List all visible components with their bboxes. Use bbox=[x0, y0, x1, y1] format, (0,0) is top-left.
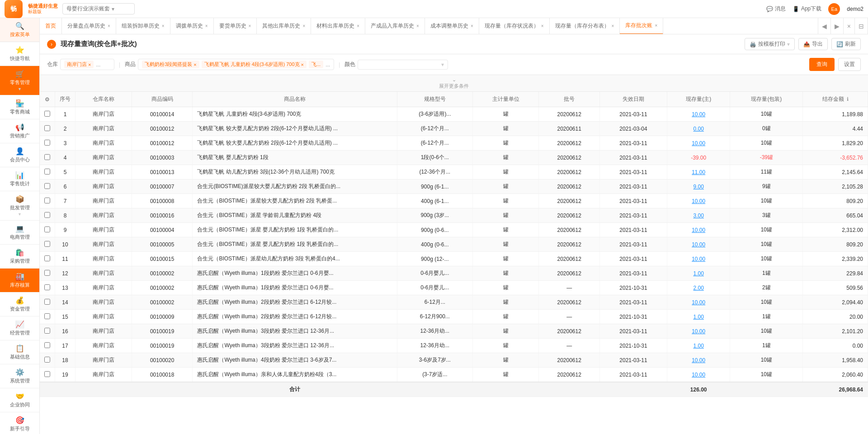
settings-icon[interactable]: ⚙ bbox=[45, 96, 50, 103]
print-btn[interactable]: 🖨️ 按模板打印 ▾ bbox=[745, 38, 795, 50]
row-checkbox[interactable] bbox=[40, 353, 55, 368]
row-checkbox[interactable] bbox=[40, 208, 55, 223]
tab-kcpiciz[interactable]: 库存批次账 × bbox=[620, 18, 663, 34]
product-tag-2-remove-icon[interactable]: × bbox=[301, 62, 304, 67]
sidebar-item-retail[interactable]: 🛒 零售管理 ▼ bbox=[0, 66, 39, 95]
sidebar-item-system[interactable]: ⚙️ 系统管理 bbox=[0, 364, 39, 388]
sidebar-item-ecommerce[interactable]: 💻 电商管理 bbox=[0, 221, 39, 245]
row-stock-main[interactable]: -39.00 bbox=[667, 151, 730, 165]
product-tag-1[interactable]: 飞鹤奶粉3段闻搭提装 × bbox=[142, 61, 199, 68]
close-icon[interactable]: × bbox=[302, 24, 305, 28]
th-settings[interactable]: ⚙ bbox=[40, 92, 55, 107]
row-stock-main[interactable]: 10.00 bbox=[667, 353, 730, 368]
product-tag-3[interactable]: 飞... bbox=[309, 61, 323, 68]
sidebar-item-base[interactable]: 📋 基础信息 bbox=[0, 340, 39, 364]
close-icon[interactable]: × bbox=[162, 24, 165, 28]
close-icon[interactable]: × bbox=[249, 24, 251, 28]
sidebar-item-business[interactable]: 📈 经营管理 bbox=[0, 316, 39, 340]
close-icon[interactable]: × bbox=[108, 24, 110, 28]
close-icon[interactable]: × bbox=[541, 24, 544, 28]
product-filter-input[interactable]: 飞鹤奶粉3段闻搭提装 × 飞鹤星飞帆 儿童奶粉 4段(3-6岁适用) 700克 … bbox=[138, 59, 334, 70]
row-checkbox[interactable] bbox=[40, 324, 55, 339]
color-dropdown[interactable]: ▾ bbox=[358, 60, 448, 70]
row-stock-main[interactable]: 10.00 bbox=[667, 237, 730, 252]
row-checkbox[interactable] bbox=[40, 122, 55, 136]
tab-qitachukudanhis[interactable]: 其他出库单历史 × bbox=[257, 18, 311, 34]
row-stock-main[interactable]: 0.00 bbox=[667, 122, 730, 136]
sidebar-item-warehouse[interactable]: 🏭 库存核算 bbox=[0, 269, 39, 292]
sidebar-item-shop[interactable]: 🏪 零售商城 bbox=[0, 95, 39, 119]
tab-close-current-btn[interactable]: × bbox=[844, 18, 855, 34]
close-icon[interactable]: × bbox=[357, 24, 359, 28]
expand-more-conditions[interactable]: ⌄ 展开更多条件 bbox=[40, 75, 868, 92]
warehouse-tag[interactable]: 南岸门店 × bbox=[64, 61, 94, 68]
row-stock-main[interactable]: 1.00 bbox=[667, 266, 730, 281]
row-stock-main[interactable]: 10.00 bbox=[667, 223, 730, 237]
product-filter-more[interactable]: ... bbox=[326, 61, 330, 68]
messages-btn[interactable]: 💬 消息 bbox=[766, 5, 786, 13]
close-icon[interactable]: × bbox=[655, 23, 657, 28]
row-checkbox[interactable] bbox=[40, 310, 55, 324]
export-btn[interactable]: 📤 导出 bbox=[798, 38, 828, 50]
sidebar-item-finance[interactable]: 💰 资金管理 bbox=[0, 292, 39, 316]
close-icon[interactable]: × bbox=[471, 24, 473, 28]
row-checkbox[interactable] bbox=[40, 151, 55, 165]
row-checkbox[interactable] bbox=[40, 165, 55, 179]
row-stock-main[interactable]: 10.00 bbox=[667, 368, 730, 382]
sidebar-item-search[interactable]: 🔍 搜索英单 bbox=[0, 18, 39, 42]
tab-menu-btn[interactable]: ⊟ bbox=[855, 18, 868, 34]
table-container[interactable]: ⚙ 序号 仓库名称 商品编码 商品名称 规格型号 主计量单位 批号 失效日期 现… bbox=[40, 92, 868, 434]
avatar[interactable]: Ea bbox=[828, 3, 840, 15]
sidebar-item-enterprise[interactable]: 🤝 企业协同 bbox=[0, 388, 39, 412]
row-checkbox[interactable] bbox=[40, 368, 55, 382]
product-tag-2[interactable]: 飞鹤星飞帆 儿童奶粉 4段(3-6岁适用) 700克 × bbox=[202, 61, 307, 68]
settings-button[interactable]: 设置 bbox=[838, 58, 861, 71]
app-download-btn[interactable]: 📱 App下载 bbox=[793, 5, 821, 13]
sidebar-item-stats[interactable]: 📊 零售统计 bbox=[0, 167, 39, 191]
sidebar-item-purchase[interactable]: 🛍️ 采购管理 bbox=[0, 245, 39, 269]
warehouse-tag-remove-icon[interactable]: × bbox=[88, 62, 91, 67]
tab-scroll-left-btn[interactable]: ◀ bbox=[818, 18, 831, 34]
row-stock-main[interactable]: 3.00 bbox=[667, 208, 730, 223]
row-stock-main[interactable]: 10.00 bbox=[667, 252, 730, 266]
sidebar-item-guide[interactable]: 🎯 新手引导 bbox=[0, 412, 39, 434]
tab-yaohuo[interactable]: 要货单历史 × bbox=[214, 18, 257, 34]
row-checkbox[interactable] bbox=[40, 281, 55, 295]
tab-cailiaochuku[interactable]: 材料出库单历史 × bbox=[311, 18, 365, 34]
row-stock-main[interactable]: 2.00 bbox=[667, 281, 730, 295]
close-icon[interactable]: × bbox=[416, 24, 419, 28]
row-checkbox[interactable] bbox=[40, 266, 55, 281]
warehouse-filter-input[interactable]: 南岸门店 × ... bbox=[60, 59, 114, 70]
tab-xiancunliang-kcfbb[interactable]: 现存量（库存分布表） × bbox=[550, 18, 620, 34]
row-checkbox[interactable] bbox=[40, 194, 55, 208]
tab-diaobodanhis[interactable]: 调拨单历史 × bbox=[170, 18, 214, 34]
row-checkbox[interactable] bbox=[40, 252, 55, 266]
row-checkbox[interactable] bbox=[40, 107, 55, 122]
row-stock-main[interactable]: 10.00 bbox=[667, 136, 730, 151]
row-stock-main[interactable]: 10.00 bbox=[667, 194, 730, 208]
tab-chanchengpinruku[interactable]: 产成品入库单历史 × bbox=[365, 18, 425, 34]
row-stock-main[interactable]: 1.00 bbox=[667, 310, 730, 324]
row-checkbox[interactable] bbox=[40, 179, 55, 194]
tab-xiancunliang-kczkb[interactable]: 现存量（库存状况表） × bbox=[479, 18, 550, 34]
app-logo[interactable]: 畅 bbox=[5, 0, 23, 18]
tab-fenliangpandian[interactable]: 分量盘点单历史 × bbox=[62, 18, 116, 34]
industry-selector[interactable]: 母婴行业演示账套 ▾ bbox=[62, 3, 135, 14]
row-stock-main[interactable]: 10.00 bbox=[667, 295, 730, 310]
tab-scroll-right-btn[interactable]: ▶ bbox=[831, 18, 844, 34]
row-stock-main[interactable]: 10.00 bbox=[667, 324, 730, 339]
expand-sidebar-btn[interactable]: › bbox=[47, 40, 56, 49]
sidebar-item-quicknav[interactable]: ⭐ 快捷导航 bbox=[0, 42, 39, 66]
product-tag-1-remove-icon[interactable]: × bbox=[193, 62, 196, 67]
tab-chengbentiaozhenghis[interactable]: 成本调整单历史 × bbox=[425, 18, 479, 34]
row-stock-main[interactable]: 11.00 bbox=[667, 165, 730, 179]
search-button[interactable]: 查询 bbox=[809, 58, 835, 71]
sidebar-item-member[interactable]: 👤 会员中心 bbox=[0, 143, 39, 167]
sidebar-item-marketing[interactable]: 📢 营销推广 bbox=[0, 119, 39, 143]
user-name[interactable]: demo2 bbox=[847, 6, 863, 12]
sidebar-item-wholesale[interactable]: 📦 批发管理 ▼ bbox=[0, 191, 39, 221]
refresh-btn[interactable]: 🔄 刷新 bbox=[831, 38, 861, 50]
row-checkbox[interactable] bbox=[40, 223, 55, 237]
row-stock-main[interactable]: 9.00 bbox=[667, 179, 730, 194]
row-checkbox[interactable] bbox=[40, 136, 55, 151]
